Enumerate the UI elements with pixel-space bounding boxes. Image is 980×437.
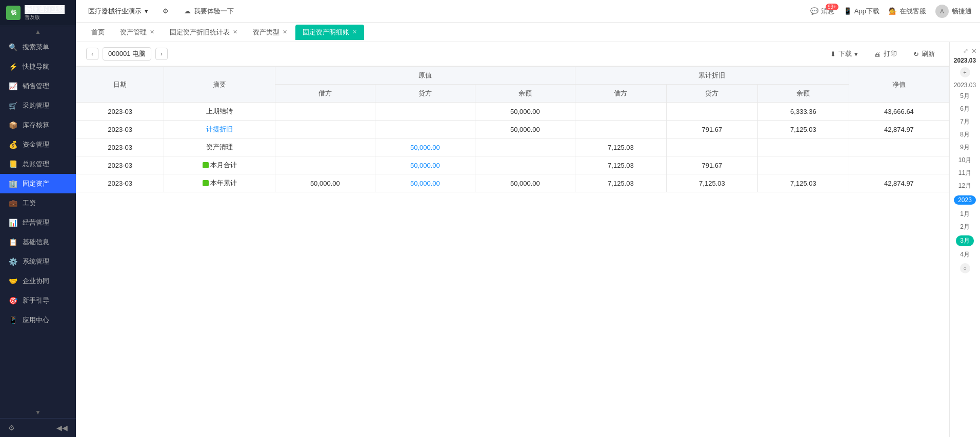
sidebar-item-sales[interactable]: 📈 销售管理 [0,76,76,96]
topbar-left: 医疗器械行业演示 ▾ ⚙ ☁ 我要体验一下 [84,4,239,18]
timeline-collapse-button[interactable]: ○ [960,263,970,273]
cell-net-value: 43,666.64 [849,103,949,121]
sales-icon: 📈 [8,82,17,91]
logo-sub-text: 普及版 [25,14,65,21]
sidebar-item-label: 库存核算 [23,121,49,130]
sidebar-item-quick-nav[interactable]: ⚡ 快捷导航 [0,57,76,76]
timeline-month-6[interactable]: 6月 [950,103,980,115]
guide-icon: 🎯 [8,296,17,305]
experience-button[interactable]: ☁ 我要体验一下 [179,5,239,18]
col-acc-balance: 余额 [757,85,849,103]
sidebar-item-payroll[interactable]: 💼 工资 [0,193,76,213]
timeline-month-10[interactable]: 10月 [950,154,980,167]
cell-orig-balance [475,138,575,156]
right-panel-expand-icon[interactable]: ⤢ [963,47,968,55]
tab-depreciation-stat[interactable]: 固定资产折旧统计表 ✕ [163,25,245,40]
tab-asset-detail-close[interactable]: ✕ [352,29,357,35]
timeline-month-7[interactable]: 7月 [950,115,980,128]
company-selector[interactable]: 医疗器械行业演示 ▾ [84,5,152,18]
sidebar: 畅 畅捷通好业财 普及版 ▲ 🔍 搜索菜单 ⚡ 快捷导航 📈 销售管理 🛒 采购… [0,0,76,437]
right-panel-close-icon[interactable]: ✕ [971,47,977,55]
cell-acc-credit: 791.67 [666,121,757,138]
timeline-expand-button[interactable]: + [960,67,970,77]
sidebar-item-guide[interactable]: 🎯 新手引导 [0,291,76,310]
print-button[interactable]: 🖨 打印 [870,47,901,61]
sidebar-item-purchase[interactable]: 🛒 采购管理 [0,96,76,115]
timeline-month-2[interactable]: 2月 [950,221,980,233]
timeline-month-9[interactable]: 9月 [950,141,980,154]
basic-info-icon: 📋 [8,237,17,247]
sidebar-item-capital[interactable]: 💰 资金管理 [0,135,76,154]
settings-footer-icon[interactable]: ⚙ [8,424,15,432]
cell-orig-credit [375,103,475,121]
tab-asset-mgmt-close[interactable]: ✕ [150,29,154,35]
refresh-icon: ↻ [913,50,919,58]
table-row: 2023-03 本年累计 50,000.00 50,000.00 50,000.… [76,174,949,192]
download-button[interactable]: ⬇ 下载 ▾ [826,47,862,61]
timeline-month-1[interactable]: 1月 [950,208,980,221]
inventory-icon: 📦 [8,121,17,130]
timeline-section: 2023.03 + 2023.03 5月 6月 7月 8月 9月 10月 11月… [950,55,980,275]
timeline-month-12[interactable]: 12月 [950,180,980,192]
next-asset-button[interactable]: › [155,48,168,60]
sidebar-item-label: 企业协同 [23,276,49,286]
sidebar-item-label: 资金管理 [23,140,49,149]
sidebar-item-enterprise[interactable]: 🤝 企业协同 [0,271,76,291]
timeline-month-11[interactable]: 11月 [950,167,980,180]
app-download-label: App下载 [854,7,879,16]
tab-asset-detail[interactable]: 固定资产明细账 ✕ [295,25,364,40]
prev-asset-button[interactable]: ‹ [86,48,98,60]
sidebar-item-operations[interactable]: 📊 经营管理 [0,213,76,232]
user-info[interactable]: A 畅捷通 [935,5,972,18]
fixed-assets-icon: 🏢 [8,179,17,188]
experience-label: 我要体验一下 [194,7,234,16]
main-area: 医疗器械行业演示 ▾ ⚙ ☁ 我要体验一下 💬 消息 99+ 📱 App下载 💁… [76,0,980,437]
timeline-collapsed-header: 2023.03 [950,55,980,65]
sidebar-item-basic-info[interactable]: 📋 基础信息 [0,232,76,252]
timeline-month-4[interactable]: 4月 [950,248,980,261]
tab-asset-type-close[interactable]: ✕ [283,29,287,35]
capital-icon: 💰 [8,140,17,149]
online-service-action[interactable]: 💁 在线客服 [889,7,926,16]
topbar-settings-button[interactable]: ⚙ [158,4,173,18]
tab-asset-type[interactable]: 资产类型 ✕ [246,25,294,40]
sidebar-item-search[interactable]: 🔍 搜索菜单 [0,37,76,57]
timeline-month-5[interactable]: 5月 [950,90,980,103]
refresh-button[interactable]: ↻ 刷新 [909,47,939,61]
cell-summary: 上期结转 [164,103,275,121]
cell-summary: 计提折旧 [164,121,275,138]
tab-depreciation-stat-close[interactable]: ✕ [233,29,237,35]
table-row: 2023-03 本月合计 50,000.00 7,125.03 [76,156,949,174]
sidebar-footer: ⚙ ◀◀ [0,418,76,437]
sidebar-item-system[interactable]: ⚙️ 系统管理 [0,252,76,271]
sidebar-item-fixed-assets[interactable]: 🏢 固定资产 [0,174,76,193]
app-download-action[interactable]: 📱 App下载 [844,7,879,16]
cell-net-value [849,138,949,156]
tab-home[interactable]: 首页 [84,25,112,40]
timeline-year-2023[interactable]: 2023 [954,195,976,205]
sidebar-item-ledger[interactable]: 📒 总账管理 [0,154,76,174]
cell-orig-debit [275,103,375,121]
print-icon: 🖨 [874,50,881,58]
timeline-month-8[interactable]: 8月 [950,128,980,141]
topbar: 医疗器械行业演示 ▾ ⚙ ☁ 我要体验一下 💬 消息 99+ 📱 App下载 💁… [76,0,980,23]
collapse-sidebar-icon[interactable]: ◀◀ [56,424,68,432]
content-area: ‹ 000001 电脑 › ⬇ 下载 ▾ 🖨 打印 ↻ [76,42,980,437]
messages-action[interactable]: 💬 消息 99+ [810,7,834,16]
timeline-month-3-active[interactable]: 3月 [956,235,974,246]
sidebar-scroll-up[interactable]: ▲ [0,26,76,37]
quick-nav-icon: ⚡ [8,62,17,71]
sidebar-scroll-down[interactable]: ▼ [0,407,76,418]
cell-orig-debit: 50,000.00 [275,174,375,192]
cell-acc-credit [666,138,757,156]
timeline-year-active-container: 2023 [950,194,980,206]
sidebar-item-inventory[interactable]: 📦 库存核算 [0,115,76,135]
topbar-right: 💬 消息 99+ 📱 App下载 💁 在线客服 A 畅捷通 [810,5,972,18]
monthly-tag: 本月合计 [203,161,237,170]
tab-asset-mgmt[interactable]: 资产管理 ✕ [113,25,162,40]
refresh-label: 刷新 [922,49,935,58]
cell-orig-balance [475,156,575,174]
download-label: 下载 [838,49,852,58]
sidebar-item-app-center[interactable]: 📱 应用中心 [0,310,76,330]
cell-orig-balance: 50,000.00 [475,121,575,138]
